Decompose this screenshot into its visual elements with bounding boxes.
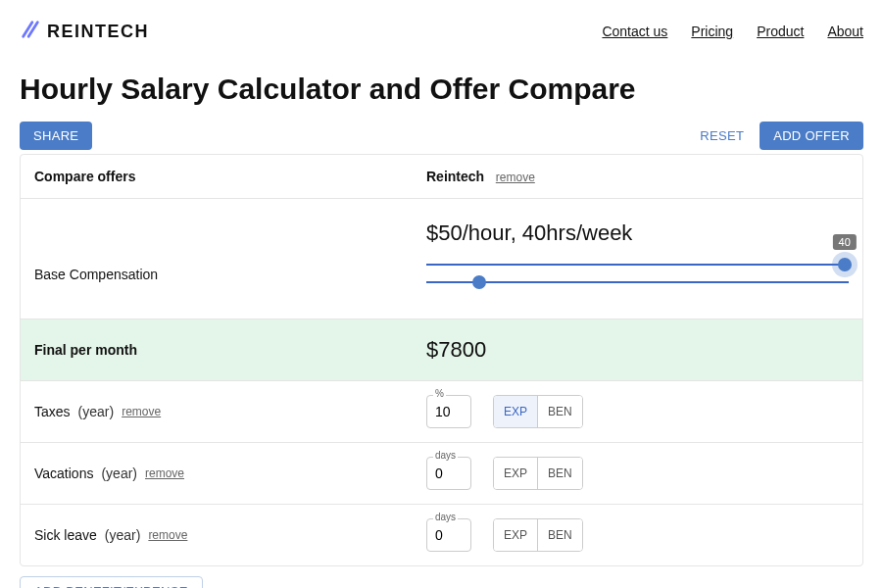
base-compensation-label: Base Compensation [21, 199, 413, 318]
share-button[interactable]: SHARE [20, 122, 92, 150]
add-benefit-expense-button[interactable]: ADD BENEFIT/EXPENSE [20, 576, 203, 588]
sick-leave-ben-button[interactable]: BEN [537, 519, 582, 551]
taxes-toggle[interactable]: EXP BEN [493, 395, 583, 428]
sick-leave-unit: days [433, 512, 458, 522]
vacations-field[interactable]: days [426, 457, 471, 490]
final-per-month-value: $7800 [413, 319, 862, 380]
vacations-toggle[interactable]: EXP BEN [493, 457, 583, 490]
taxes-unit: % [433, 388, 446, 399]
taxes-exp-button[interactable]: EXP [494, 396, 538, 427]
reset-button[interactable]: RESET [690, 122, 754, 150]
taxes-remove-link[interactable]: remove [122, 405, 161, 418]
final-per-month-label: Final per month [21, 319, 413, 380]
nav-pricing[interactable]: Pricing [691, 24, 733, 39]
sick-leave-label: Sick leave [34, 527, 97, 543]
vacations-exp-button[interactable]: EXP [494, 458, 537, 489]
taxes-ben-button[interactable]: BEN [538, 396, 582, 427]
vacations-label: Vacations [34, 466, 93, 481]
slider-thumb-bottom[interactable] [472, 275, 486, 289]
slider-tooltip: 40 [833, 234, 857, 250]
vacations-unit: days [433, 450, 458, 461]
remove-offer-link[interactable]: remove [496, 171, 535, 184]
nav-product[interactable]: Product [757, 24, 804, 39]
sick-leave-exp-button[interactable]: EXP [494, 519, 537, 551]
nav-about[interactable]: About [827, 24, 863, 39]
taxes-field[interactable]: % [426, 395, 471, 428]
vacations-input[interactable] [435, 466, 463, 481]
sick-leave-period: (year) [105, 527, 141, 543]
rate-slider[interactable] [426, 281, 849, 283]
offer-table: Compare offers Reintech remove Base Comp… [20, 154, 863, 566]
taxes-input[interactable] [435, 404, 463, 419]
vacations-period: (year) [101, 466, 137, 481]
brand-logo[interactable]: REINTECH [20, 19, 149, 45]
taxes-period: (year) [78, 404, 115, 419]
add-offer-button[interactable]: ADD OFFER [760, 122, 863, 150]
sick-leave-input[interactable] [435, 527, 463, 543]
logo-icon [20, 19, 41, 45]
offer-name: Reintech [426, 169, 484, 184]
vacations-ben-button[interactable]: BEN [537, 458, 582, 489]
slider-thumb-top[interactable] [838, 258, 852, 271]
base-compensation-summary: $50/hour, 40hrs/week [426, 220, 849, 246]
compare-offers-label: Compare offers [21, 155, 413, 198]
sick-leave-remove-link[interactable]: remove [148, 528, 187, 542]
brand-name: REINTECH [47, 22, 149, 42]
page-title: Hourly Salary Calculator and Offer Compa… [20, 73, 863, 106]
hours-slider[interactable]: 40 [426, 264, 849, 266]
vacations-remove-link[interactable]: remove [145, 466, 184, 480]
sick-leave-toggle[interactable]: EXP BEN [493, 518, 583, 552]
taxes-label: Taxes [34, 404, 71, 419]
nav-contact[interactable]: Contact us [602, 24, 667, 39]
sick-leave-field[interactable]: days [426, 518, 471, 552]
